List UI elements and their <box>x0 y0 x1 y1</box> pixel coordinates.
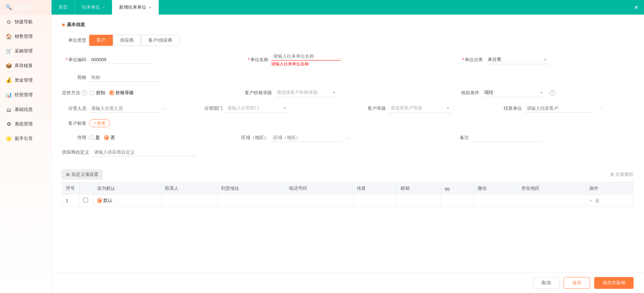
row-add-button[interactable]: + <box>589 198 592 203</box>
sidebar-item-system[interactable]: ⚙ 系统管理 <box>0 117 51 131</box>
manager-input[interactable] <box>89 104 159 113</box>
search-icon: 🔍 <box>6 4 12 10</box>
tab-home[interactable]: 首页 <box>52 0 75 15</box>
row-checkbox[interactable] <box>83 198 88 203</box>
region-field: 区域（地区） ··· <box>241 133 455 142</box>
row-default-radio[interactable]: 默认 <box>97 197 158 204</box>
unit-type-row: 单位类型 客户 供应商 客户/供应商 <box>62 35 634 46</box>
supplier-custom-input[interactable] <box>92 148 196 156</box>
short-name-input[interactable] <box>89 73 159 82</box>
main-area: 首页 往来单位 × 新增往来单位 × ✕ ■ 基本信息 单位类型 客户 <box>52 0 644 293</box>
unit-type-group: 客户 供应商 客户/供应商 <box>89 35 180 46</box>
radio-no[interactable]: 否 <box>104 135 115 141</box>
col-wechat: 微信 <box>474 182 518 195</box>
region-dots-btn[interactable]: ··· <box>345 135 349 140</box>
tab-partner[interactable]: 往来单位 × <box>75 0 112 15</box>
col-address: 到货地址 <box>217 182 285 195</box>
col-contact: 联系人 <box>162 182 218 195</box>
pricing-method-label: 定价方法 ? <box>62 90 87 96</box>
sidebar-item-basic-info[interactable]: 🗂 基础信息 <box>0 102 51 117</box>
payment-terms-select[interactable]: 现结 ▾ <box>482 88 545 97</box>
basic-info-section: ■ 基本信息 单位类型 客户 供应商 客户/供应商 <box>52 15 644 170</box>
sidebar-item-operations[interactable]: 📊 经营管理 <box>0 88 51 102</box>
tab-new-partner-close[interactable]: × <box>149 5 151 9</box>
save-new-button[interactable]: 保存并新增 <box>594 277 634 289</box>
short-name-row: 简称 <box>62 73 634 82</box>
box-icon: 📦 <box>6 63 12 69</box>
col-region: 所在地区 <box>518 182 586 195</box>
sidebar-item-finance[interactable]: 💰 资金管理 <box>0 73 51 88</box>
unit-category-label: *单位分类 <box>455 57 483 63</box>
tab-partner-close[interactable]: × <box>103 5 105 9</box>
supplier-custom-label: 供应商自定义 <box>62 149 89 155</box>
customer-price-level-label: 客户价格等级 <box>241 90 272 96</box>
radio-discount[interactable]: 折扣 <box>90 90 105 96</box>
manager-label: 分管人员 <box>62 105 86 112</box>
pricing-help-icon[interactable]: ? <box>81 90 87 96</box>
unit-type-field: 单位类型 客户 供应商 客户/供应商 <box>62 35 634 46</box>
col-index: 序号 <box>62 182 80 195</box>
tag-add-button[interactable]: + 标签 <box>89 119 110 127</box>
col-default: 设为默认 <box>94 182 162 195</box>
unit-code-label: *单位编码 <box>62 57 86 63</box>
payment-terms-help-icon[interactable]: ? <box>550 90 555 96</box>
department-label: 分管部门 <box>198 105 222 112</box>
customer-price-level-select[interactable]: 请选择客户价格等级 ▾ <box>275 88 337 97</box>
cancel-button[interactable]: 取消 <box>533 277 559 289</box>
unit-type-supplier[interactable]: 供应商 <box>113 35 141 46</box>
unit-code-input[interactable] <box>89 56 152 64</box>
payment-terms-label: 收款条件 <box>455 90 479 96</box>
sidebar-item-inventory[interactable]: 📦 库存核算 <box>0 58 51 73</box>
col-fax: 传真 <box>353 182 397 195</box>
chart-icon: 📊 <box>6 92 12 98</box>
star-icon: 🌟 <box>6 136 12 142</box>
save-button[interactable]: 保存 <box>564 277 590 289</box>
disabled-radio-group: 是 否 <box>89 135 115 141</box>
customer-tag-field: 客户标签 + 标签 <box>62 119 634 127</box>
row-address <box>217 195 285 207</box>
radio-price-level[interactable]: 价格等级 <box>109 90 134 96</box>
unit-type-label: 单位类型 <box>62 37 86 43</box>
settlement-dots-btn[interactable]: ··· <box>598 106 603 111</box>
unit-category-select[interactable]: 未分类 ▾ <box>486 55 548 64</box>
money-icon: 💰 <box>6 77 12 83</box>
department-field: 分管部门 请输入分管部门 ▾ <box>198 104 361 113</box>
department-select[interactable]: 请输入分管部门 ▾ <box>225 104 288 113</box>
customer-level-field: 客户等级 请选择客户等级 ▾ <box>361 104 497 113</box>
section-icon: ■ <box>62 22 65 27</box>
sidebar-item-new-guide[interactable]: 🌟 新手引导 <box>0 131 51 146</box>
unit-name-label: *单位名称 <box>241 57 268 63</box>
unit-type-both[interactable]: 客户/供应商 <box>141 35 180 46</box>
sidebar-item-quick-nav[interactable]: ⊙ 快捷导航 <box>0 15 51 29</box>
short-name-field: 简称 <box>62 73 634 82</box>
remark-label: 备注 <box>455 135 469 141</box>
batch-delete-button[interactable]: 🗑 批量删除 <box>610 171 634 178</box>
row-wechat <box>474 195 518 207</box>
col-checkbox <box>80 182 94 195</box>
custom-settings-button[interactable]: ⚙ 自定义项设置 <box>62 170 102 179</box>
region-input[interactable] <box>271 133 341 142</box>
unit-code-row: *单位编码 *单位名称 请输入往来单位名称 <box>62 52 634 67</box>
remark-input[interactable] <box>472 133 541 142</box>
supplier-custom-row: 供应商自定义 <box>62 148 634 156</box>
folder-icon: 🗂 <box>6 106 12 113</box>
customer-level-select[interactable]: 请选择客户等级 ▾ <box>388 104 451 113</box>
sidebar-item-sales[interactable]: 🏠 销售管理 <box>0 29 51 44</box>
footer-bar: 取消 保存 保存并新增 <box>52 272 644 293</box>
customer-price-level-field: 客户价格等级 请选择客户价格等级 ▾ <box>241 88 455 97</box>
sidebar-item-purchase[interactable]: 🛒 采购管理 <box>0 44 51 58</box>
sidebar-item-search[interactable]: 🔍 搜索菜单 <box>0 0 51 15</box>
settlement-input[interactable] <box>525 104 594 113</box>
unit-name-input[interactable] <box>271 52 341 60</box>
window-close-button[interactable]: ✕ <box>634 4 638 11</box>
col-phone: 电话号码 <box>285 182 353 195</box>
unit-type-customer[interactable]: 客户 <box>89 35 113 46</box>
chevron-down-icon: ▾ <box>544 57 546 62</box>
row-phone <box>285 195 353 207</box>
row-delete-button[interactable]: 🗑 <box>595 198 600 203</box>
manager-dots-btn[interactable]: ··· <box>163 106 167 111</box>
tab-new-partner[interactable]: 新增往来单位 × <box>112 0 158 15</box>
radio-yes[interactable]: 是 <box>89 135 100 141</box>
unit-name-wrapper: 请输入往来单位名称 <box>271 52 341 67</box>
contact-table: 序号 设为默认 联系人 到货地址 电话号码 传真 邮箱 qq 微信 所在地区 操… <box>62 182 634 207</box>
